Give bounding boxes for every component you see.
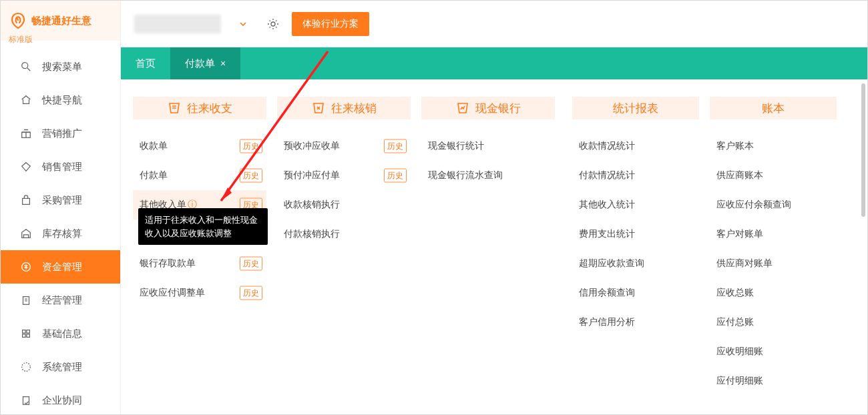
menu-item-label: 收款单: [140, 140, 168, 152]
menu-item-label: 收款情况统计: [579, 140, 635, 152]
menu-item[interactable]: 应付总账: [710, 308, 837, 337]
menu-item-label: 应收明细账: [716, 346, 763, 358]
menu-item[interactable]: 应收应付余额查询: [710, 190, 837, 220]
menu-item[interactable]: 客户信用分析: [572, 308, 699, 337]
menu-item[interactable]: 收款单历史: [133, 131, 266, 161]
category-column-3: 统计报表收款情况统计付款情况统计其他收入统计费用支出统计超期应收款查询信用余额查…: [572, 97, 699, 396]
menu-item[interactable]: 现金银行流水查询: [421, 161, 555, 190]
experience-button[interactable]: 体验行业方案: [292, 12, 369, 36]
sidebar-item-label: 企业协同: [42, 394, 82, 407]
category-column-4: 账本客户账本供应商账本应收应付余额查询客户对账单供应商对账单应收总账应付总账应收…: [710, 97, 837, 396]
category-header: 往来核销: [277, 97, 411, 119]
menu-item-label: 其他收入统计: [579, 199, 635, 211]
tab-0[interactable]: 首页: [121, 47, 170, 79]
sidebar-item-9[interactable]: 系统管理: [1, 350, 120, 384]
menu-item[interactable]: 供应商对账单: [710, 249, 837, 278]
menu-item-label: 应付总账: [716, 316, 754, 328]
close-icon[interactable]: ×: [220, 58, 226, 69]
menu-item[interactable]: 付款单历史: [133, 161, 266, 190]
vertical-scrollbar[interactable]: [861, 83, 865, 217]
menu-item-label: 应收应付调整单: [140, 287, 205, 299]
sidebar-item-6[interactable]: 资金管理: [1, 250, 120, 284]
gear-icon[interactable]: [266, 17, 280, 31]
menu-item[interactable]: 预收冲应收单历史: [277, 131, 411, 161]
menu-item[interactable]: 付款情况统计: [572, 161, 699, 190]
menu-item-label: 付款核销执行: [284, 228, 340, 240]
history-badge[interactable]: 历史: [240, 257, 262, 271]
sidebar-item-3[interactable]: 销售管理: [1, 150, 120, 183]
category-header: 往来收支: [133, 97, 266, 119]
menu-item[interactable]: 超期应收款查询: [572, 249, 699, 278]
history-badge[interactable]: 历史: [240, 286, 262, 300]
history-badge[interactable]: 历史: [240, 139, 262, 153]
history-badge[interactable]: 历史: [384, 169, 407, 183]
svg-point-0: [22, 63, 28, 69]
menu-item-label: 付款单: [140, 169, 168, 181]
svg-point-12: [22, 363, 31, 372]
sidebar-item-2[interactable]: 营销推广: [1, 117, 120, 150]
sidebar-item-8[interactable]: 基础信息: [1, 317, 120, 350]
tab-label: 付款单: [185, 57, 215, 70]
menu-item[interactable]: 付款核销执行: [277, 220, 411, 249]
tab-1[interactable]: 付款单×: [170, 47, 240, 79]
brand-logo-icon: [9, 11, 27, 30]
menu-item[interactable]: 预付冲应付单历史: [277, 161, 411, 190]
collab-icon: [19, 394, 33, 407]
sidebar-item-label: 采购管理: [42, 194, 82, 207]
sidebar-item-5[interactable]: 库存核算: [1, 217, 120, 250]
history-badge[interactable]: 历史: [240, 169, 262, 183]
sidebar-item-0[interactable]: 搜索菜单: [1, 50, 120, 83]
svg-rect-11: [27, 334, 30, 338]
menu-item[interactable]: 费用支出统计: [572, 220, 699, 249]
menu-item-label: 超期应收款查询: [579, 258, 644, 270]
sidebar-item-1[interactable]: 快捷导航: [1, 83, 120, 117]
sidebar-item-label: 快捷导航: [42, 94, 82, 107]
menu-item-label: 预收冲应收单: [284, 140, 340, 152]
sidebar-menu: 搜索菜单快捷导航营销推广销售管理采购管理库存核算资金管理经营管理基础信息系统管理…: [1, 50, 120, 415]
menu-item[interactable]: 现金银行统计: [421, 131, 555, 161]
money-icon: [19, 260, 33, 274]
content-area: 往来收支收款单历史付款单历史其他收入单ⓘ历史费用支出单历史银行存取款单历史应收应…: [121, 79, 867, 414]
menu-item[interactable]: 应收总账: [710, 278, 837, 308]
svg-rect-8: [23, 330, 26, 334]
category-columns: 往来收支收款单历史付款单历史其他收入单ⓘ历史费用支出单历史银行存取款单历史应收应…: [133, 97, 855, 396]
tab-label: 首页: [136, 57, 156, 70]
account-name-blurred: [134, 15, 221, 33]
svg-rect-9: [27, 330, 30, 334]
sidebar-item-label: 库存核算: [42, 228, 82, 240]
menu-item[interactable]: 银行存取款单历史: [133, 249, 266, 278]
sidebar-item-10[interactable]: 企业协同: [1, 384, 120, 415]
menu-item-label: 现金银行统计: [428, 140, 484, 152]
menu-item-label: 收款核销执行: [284, 199, 340, 211]
category-items: 现金银行统计现金银行流水查询: [421, 131, 555, 190]
menu-item[interactable]: 应付明细账: [710, 366, 837, 396]
category-items: 预收冲应收单历史预付冲应付单历史收款核销执行付款核销执行: [277, 131, 411, 249]
menu-item-label: 应收总账: [716, 287, 754, 299]
menu-item[interactable]: 收款核销执行: [277, 190, 411, 220]
menu-item-label: 客户账本: [716, 140, 754, 152]
sidebar-item-4[interactable]: 采购管理: [1, 183, 120, 217]
chevron-down-icon[interactable]: [238, 19, 248, 29]
menu-item[interactable]: 收款情况统计: [572, 131, 699, 161]
menu-item[interactable]: 客户账本: [710, 131, 837, 161]
menu-item[interactable]: 应收应付调整单历史: [133, 278, 266, 308]
topbar: 体验行业方案: [121, 1, 867, 47]
menu-item-label: 信用余额查询: [579, 287, 635, 299]
menu-item-label: 客户对账单: [716, 228, 763, 240]
menu-item[interactable]: 供应商账本: [710, 161, 837, 190]
sidebar-item-label: 搜索菜单: [42, 61, 82, 73]
category-items: 客户账本供应商账本应收应付余额查询客户对账单供应商对账单应收总账应付总账应收明细…: [710, 131, 837, 396]
category-title: 往来收支: [187, 101, 232, 116]
category-column-1: 往来核销预收冲应收单历史预付冲应付单历史收款核销执行付款核销执行: [277, 97, 411, 396]
menu-item[interactable]: 信用余额查询: [572, 278, 699, 308]
history-badge[interactable]: 历史: [384, 139, 407, 153]
category-title: 现金银行: [475, 101, 521, 116]
menu-item[interactable]: 其他收入统计: [572, 190, 699, 220]
home-icon: [19, 93, 33, 107]
menu-item[interactable]: 应收明细账: [710, 337, 837, 366]
menu-item[interactable]: 客户对账单: [710, 220, 837, 249]
category-header: 统计报表: [572, 97, 699, 119]
menu-item-label: 预付冲应付单: [284, 169, 340, 181]
category-header: 账本: [710, 97, 837, 119]
sidebar-item-7[interactable]: 经营管理: [1, 284, 120, 317]
